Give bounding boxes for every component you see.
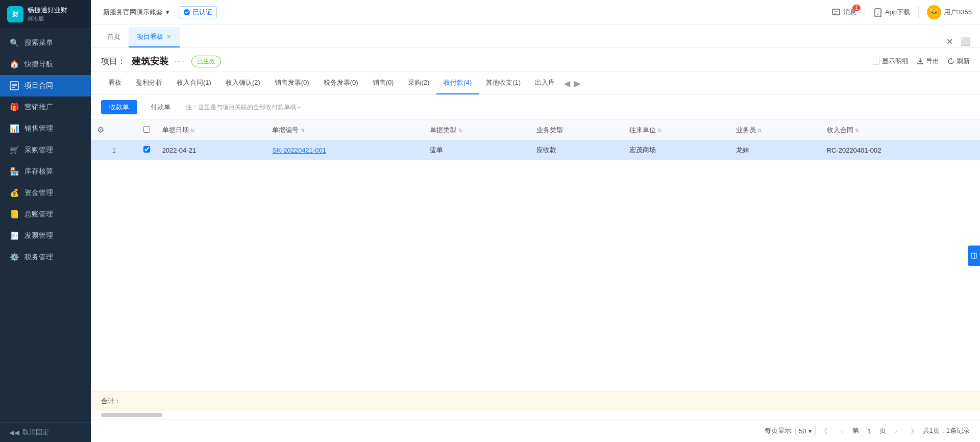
user-button[interactable]: 🐱 用户3355 bbox=[927, 5, 972, 19]
table-row[interactable]: 1 2022-04-21 SK-20220421-001 蓝单 应收款 宏茂商场… bbox=[91, 140, 980, 160]
tab-close-icon[interactable]: ✕ bbox=[166, 33, 172, 40]
svg-text:财: 财 bbox=[12, 11, 19, 18]
next-page-button[interactable]: › bbox=[890, 425, 902, 437]
app-logo: 财 bbox=[7, 6, 23, 22]
avatar: 🐱 bbox=[927, 5, 941, 19]
sidebar-item-ledger[interactable]: 📒 总账管理 bbox=[0, 204, 91, 225]
sidebar-item-tax[interactable]: ⚙️ 税务管理 bbox=[0, 247, 91, 268]
app-name: 畅捷通好业财 bbox=[28, 6, 67, 15]
sub-nav-kanban[interactable]: 看板 bbox=[101, 72, 129, 94]
last-page-button[interactable]: ⟫ bbox=[906, 425, 919, 437]
sidebar-item-project[interactable]: 项目合同 bbox=[0, 75, 91, 96]
select-all-checkbox[interactable] bbox=[143, 126, 150, 133]
summary-label: 合计： bbox=[101, 397, 121, 406]
app-name-block: 畅捷通好业财 标准版 bbox=[28, 6, 67, 22]
sub-nav-income-contract[interactable]: 收入合同(1) bbox=[169, 72, 218, 94]
sidebar-label-sales: 销售管理 bbox=[24, 124, 53, 133]
sales-icon: 📊 bbox=[9, 124, 19, 134]
sub-nav-profit[interactable]: 盈利分析 bbox=[129, 72, 169, 94]
summary-row: 合计： bbox=[91, 391, 980, 411]
side-panel-button[interactable] bbox=[968, 245, 980, 266]
sub-nav-next-arrow[interactable]: ▶ bbox=[572, 79, 582, 88]
horizontal-scrollbar[interactable] bbox=[91, 411, 980, 419]
row-checkbox-cell[interactable] bbox=[137, 140, 156, 160]
sub-nav-sales-invoice[interactable]: 销售发票(0) bbox=[267, 72, 316, 94]
account-selector[interactable]: 新服务官网演示账套 ▾ bbox=[99, 6, 174, 19]
sidebar-item-inventory[interactable]: 🏪 库存核算 bbox=[0, 161, 91, 182]
th-staff[interactable]: 业务员 ⇅ bbox=[730, 120, 821, 140]
scroll-thumb[interactable] bbox=[101, 413, 162, 417]
project-label: 项目： bbox=[101, 56, 126, 67]
prev-page-button[interactable]: ‹ bbox=[836, 425, 848, 437]
settings-icon[interactable]: ⚙ bbox=[97, 126, 104, 134]
divider-1 bbox=[865, 6, 865, 18]
data-table-container: ⚙ 单据日期 ⇅ 单据编号 ⇅ bbox=[91, 120, 980, 391]
row-checkbox[interactable] bbox=[143, 146, 150, 153]
sidebar-item-capital[interactable]: 💰 资金管理 bbox=[0, 182, 91, 204]
page-label: 第 bbox=[852, 426, 859, 435]
sidebar-label-invoice: 发票管理 bbox=[24, 231, 53, 240]
tab-home[interactable]: 首页 bbox=[99, 27, 129, 47]
verified-text: 已认证 bbox=[192, 8, 212, 17]
sidebar-item-quicknav[interactable]: 🏠 快捷导航 bbox=[0, 54, 91, 75]
th-checkbox[interactable] bbox=[137, 120, 156, 140]
export-label: 导出 bbox=[926, 57, 939, 66]
pagination: 每页显示 50 ▾ ⟪ ‹ 第 页 › ⟫ 共1页，1条记录 bbox=[91, 419, 980, 442]
sidebar-label-tax: 税务管理 bbox=[24, 253, 53, 262]
per-page-value: 50 bbox=[799, 427, 806, 435]
show-detail-checkbox[interactable] bbox=[873, 58, 880, 65]
svg-point-9 bbox=[877, 14, 878, 15]
app-download-button[interactable]: App下载 bbox=[873, 8, 910, 17]
project-icon bbox=[9, 81, 19, 91]
project-header: 项目： 建筑安装 ··· 已生效 显示明细 导出 刷新 bbox=[91, 48, 980, 72]
sub-nav-sales[interactable]: 销售(0) bbox=[365, 72, 401, 94]
account-name: 新服务官网演示账套 bbox=[103, 8, 163, 17]
sub-nav-purchase[interactable]: 采购(2) bbox=[401, 72, 436, 94]
sort-contract-icon: ⇅ bbox=[855, 128, 859, 133]
th-contract[interactable]: 收入合同 ⇅ bbox=[821, 120, 980, 140]
tab-payment[interactable]: 付款单 bbox=[142, 100, 179, 114]
sidebar-item-search[interactable]: 🔍 搜索菜单 bbox=[0, 32, 91, 54]
sidebar-item-invoice[interactable]: 🧾 发票管理 bbox=[0, 225, 91, 247]
sub-nav-warehouse[interactable]: 出入库 bbox=[528, 72, 562, 94]
sort-partner-icon: ⇅ bbox=[657, 128, 662, 133]
messages-badge: 1 bbox=[852, 5, 861, 11]
th-date[interactable]: 单据日期 ⇅ bbox=[156, 120, 266, 140]
doc-note: 注：这里是与项目关联的全部收付款单哦～ bbox=[186, 103, 302, 112]
sidebar-item-purchase[interactable]: 🛒 采购管理 bbox=[0, 139, 91, 161]
sub-nav-receipts[interactable]: 收付款(4) bbox=[436, 72, 479, 94]
sub-nav-other-expense[interactable]: 其他收支(1) bbox=[479, 72, 528, 94]
sub-nav-income-confirm[interactable]: 收入确认(2) bbox=[218, 72, 267, 94]
tab-receipt[interactable]: 收款单 bbox=[101, 100, 137, 114]
svg-rect-10 bbox=[971, 253, 976, 258]
doc-tabs: 收款单 付款单 注：这里是与项目关联的全部收付款单哦～ bbox=[91, 95, 980, 120]
th-biz-type[interactable]: 业务类型 bbox=[530, 120, 623, 140]
project-status: 已生效 bbox=[191, 56, 221, 67]
page-number-input[interactable] bbox=[863, 427, 875, 435]
export-button[interactable]: 导出 bbox=[917, 57, 939, 66]
show-detail-toggle[interactable]: 显示明细 bbox=[873, 57, 909, 66]
sub-nav-tax-invoice[interactable]: 税务发票(0) bbox=[316, 72, 365, 94]
marketing-icon: 🎁 bbox=[9, 102, 19, 112]
refresh-button[interactable]: 刷新 bbox=[947, 57, 970, 66]
verified-badge: 已认证 bbox=[179, 6, 217, 18]
maximize-window-button[interactable]: ⬜ bbox=[960, 35, 972, 47]
cell-number[interactable]: SK-20220421-001 bbox=[266, 140, 424, 160]
first-page-button[interactable]: ⟪ bbox=[820, 425, 832, 437]
close-window-button[interactable]: ✕ bbox=[943, 35, 955, 47]
messages-button[interactable]: 消息 1 bbox=[831, 8, 856, 17]
sidebar-label-quicknav: 快捷导航 bbox=[24, 60, 53, 69]
sidebar-item-marketing[interactable]: 🎁 营销推广 bbox=[0, 96, 91, 118]
th-type[interactable]: 单据类型 ⇅ bbox=[424, 120, 530, 140]
per-page-select[interactable]: 50 ▾ bbox=[795, 426, 815, 436]
sub-nav-prev-arrow[interactable]: ◀ bbox=[562, 79, 572, 88]
th-number[interactable]: 单据编号 ⇅ bbox=[266, 120, 424, 140]
number-link[interactable]: SK-20220421-001 bbox=[272, 146, 326, 154]
sidebar-item-sales[interactable]: 📊 销售管理 bbox=[0, 118, 91, 139]
sidebar-footer-unpin[interactable]: ◀◀ 取消固定 bbox=[0, 422, 91, 442]
cell-date: 2022-04-21 bbox=[156, 140, 266, 160]
th-partner[interactable]: 往来单位 ⇅ bbox=[623, 120, 730, 140]
th-settings[interactable]: ⚙ bbox=[91, 120, 137, 140]
more-options-icon[interactable]: ··· bbox=[175, 56, 185, 67]
tab-project-board[interactable]: 项目看板 ✕ bbox=[129, 27, 180, 47]
